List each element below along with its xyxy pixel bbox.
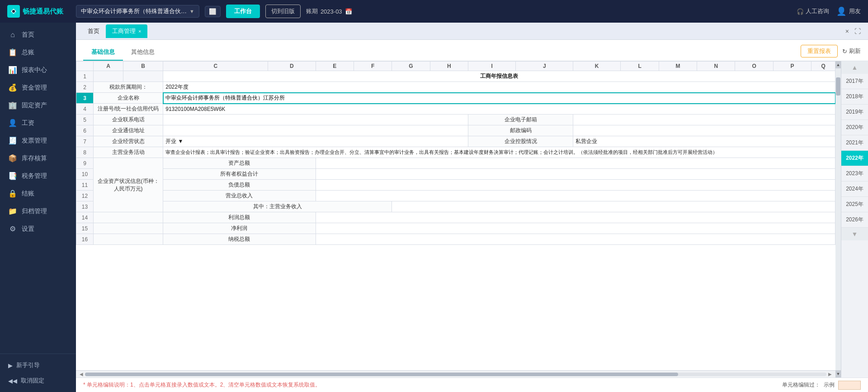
main-layout: ⌂ 首页 📋 总账 📊 报表中心 💰 资金管理 🏢 固定资产 👤 工资 🧾 发票… <box>0 23 868 392</box>
year-2021[interactable]: 2021年 <box>841 135 868 151</box>
cell-5-phone[interactable] <box>163 115 468 125</box>
user-menu[interactable]: 👤 用友 <box>836 6 861 16</box>
sidebar-item-tax[interactable]: 📑 税务管理 <box>0 167 76 185</box>
cell-11-debt[interactable] <box>316 180 835 191</box>
cell-7-status[interactable]: 开业 ▼ <box>163 136 468 147</box>
cell-6-label: 企业通信地址 <box>93 125 163 136</box>
cell-7-control[interactable]: 私营企业 <box>573 136 835 147</box>
sidebar-item-unpin[interactable]: ◀◀ 取消固定 <box>0 373 76 388</box>
tab-home[interactable]: 首页 <box>83 25 104 37</box>
workspace-button[interactable]: 工作台 <box>226 5 260 18</box>
sidebar-item-archive[interactable]: 📁 归档管理 <box>0 202 76 220</box>
calendar-icon[interactable]: 📅 <box>345 8 352 15</box>
cell-16-tax[interactable] <box>316 234 835 245</box>
sidebar-item-ledger[interactable]: 📋 总账 <box>0 43 76 61</box>
year-scroll-up[interactable]: ▲ <box>841 61 868 74</box>
cell-12-revenue[interactable] <box>316 191 835 201</box>
year-2019[interactable]: 2019年 <box>841 105 868 120</box>
col-I: I <box>468 62 516 71</box>
sidebar-item-close-accounts[interactable]: 🔒 结账 <box>0 185 76 202</box>
year-2026[interactable]: 2026年 <box>841 212 868 228</box>
cell-10-equity[interactable] <box>316 169 835 180</box>
sub-tab-basic[interactable]: 基础信息 <box>83 44 123 61</box>
reset-report-button[interactable]: 重置报表 <box>801 45 838 57</box>
cell-title[interactable]: 工商年报信息表 <box>163 71 835 82</box>
year-2024[interactable]: 2024年 <box>841 182 868 197</box>
cell-2-value[interactable]: 2022年度 <box>163 82 835 93</box>
service-button[interactable]: 🎧 人工咨询 <box>797 7 829 15</box>
copy-button[interactable]: ⬜ <box>205 6 221 17</box>
scroll-down-icon[interactable]: ▼ <box>835 370 841 378</box>
v-scroll-thumb[interactable] <box>836 77 840 96</box>
sidebar-label-settings: 设置 <box>22 225 34 233</box>
window-close-icon[interactable]: × <box>845 28 849 35</box>
tab-close-icon[interactable]: × <box>138 29 141 34</box>
ledger-icon: 📋 <box>8 48 17 57</box>
row-num-5: 5 <box>76 115 94 125</box>
sidebar-label-home: 首页 <box>22 31 34 39</box>
col-M: M <box>659 62 697 71</box>
table-row: 13 其中：主营业务收入 <box>76 201 835 212</box>
scroll-right-icon[interactable]: ▶ <box>826 372 834 377</box>
sidebar-item-reports[interactable]: 📊 报表中心 <box>0 61 76 79</box>
topbar-right: 🎧 人工咨询 👤 用友 <box>797 6 861 16</box>
v-scroll-track[interactable] <box>835 68 841 370</box>
vertical-scrollbar[interactable]: ▲ ▼ <box>835 61 841 378</box>
sidebar-item-home[interactable]: ⌂ 首页 <box>0 26 76 43</box>
sidebar-item-funds[interactable]: 💰 资金管理 <box>0 79 76 96</box>
year-2022[interactable]: 2022年 <box>841 151 868 166</box>
sub-tab-other[interactable]: 其他信息 <box>123 44 163 61</box>
scroll-up-icon[interactable]: ▲ <box>835 61 841 68</box>
switch-version-button[interactable]: 切到旧版 <box>265 5 301 18</box>
sidebar-item-payroll[interactable]: 👤 工资 <box>0 114 76 132</box>
scroll-track[interactable] <box>85 373 826 376</box>
row-num-6: 6 <box>76 125 94 136</box>
year-2023[interactable]: 2023年 <box>841 166 868 182</box>
sidebar-item-assets[interactable]: 🏢 固定资产 <box>0 96 76 114</box>
horizontal-scrollbar[interactable]: ◀ ▶ <box>76 370 835 378</box>
cell-7-label: 企业经营状态 <box>93 136 163 147</box>
row-num-13: 13 <box>76 201 94 212</box>
refresh-button[interactable]: ↻ 刷新 <box>842 47 861 55</box>
cell-9-assets[interactable] <box>316 158 835 169</box>
cell-13-main-revenue[interactable] <box>392 201 835 212</box>
col-P: P <box>773 62 811 71</box>
sheet-body[interactable]: A B C D E F G H I J <box>76 61 835 370</box>
period-display: 账期 2023-03 📅 <box>306 7 352 15</box>
year-2018[interactable]: 2018年 <box>841 89 868 105</box>
year-2020[interactable]: 2020年 <box>841 120 868 135</box>
tab-gongshang[interactable]: 工商管理 × <box>106 24 147 38</box>
cell-6-addr[interactable] <box>163 125 468 136</box>
sidebar-item-settings[interactable]: ⚙ 设置 <box>0 220 76 238</box>
window-expand-icon[interactable]: ⛶ <box>854 28 861 35</box>
company-selector[interactable]: 中审众环会计师事务所（特殊普通合伙… ▼ <box>76 5 199 18</box>
payroll-icon: 👤 <box>8 119 17 127</box>
sidebar-item-invoice[interactable]: 🧾 发票管理 <box>0 132 76 149</box>
cell-4-value[interactable]: 91320100MA208E5W6K <box>163 104 835 115</box>
scroll-thumb[interactable] <box>85 373 678 376</box>
bottom-bar: * 单元格编辑说明：1、点击单元格直接录入数值或文本。2、清空单元格数值或文本恢… <box>76 378 868 392</box>
cell-14-profit[interactable] <box>316 212 835 223</box>
table-row: 14 利润总额 <box>76 212 835 223</box>
row-num-2: 2 <box>76 82 94 93</box>
cell-3-value[interactable]: 中审众环会计师事务所（特殊普通合伙）江苏分所 <box>163 93 835 104</box>
year-2017[interactable]: 2017年 <box>841 74 868 89</box>
col-O: O <box>735 62 773 71</box>
table-row: 1 工商年报信息表 <box>76 71 835 82</box>
user-avatar-icon: 👤 <box>836 6 846 16</box>
col-C[interactable]: C <box>163 62 268 71</box>
cell-6-zip[interactable] <box>573 125 835 136</box>
topbar: 畅捷通易代账 中审众环会计师事务所（特殊普通合伙… ▼ ⬜ 工作台 切到旧版 账… <box>0 0 868 23</box>
col-J: J <box>516 62 573 71</box>
year-2025[interactable]: 2025年 <box>841 197 868 212</box>
sidebar-item-inventory[interactable]: 📦 库存核算 <box>0 149 76 167</box>
cell-5-email[interactable] <box>573 115 835 125</box>
cell-15-net[interactable] <box>316 223 835 234</box>
spreadsheet-wrap: A B C D E F G H I J <box>76 61 868 392</box>
cell-8-value[interactable]: 审查企业会计报表；出具审计报告；验证企业资本；出具验资报告；办理企业合开、分立、… <box>163 147 835 158</box>
year-scroll-down[interactable]: ▼ <box>841 228 868 240</box>
sidebar-item-newbie[interactable]: ▶ 新手引导 <box>0 358 76 373</box>
cell-1-B <box>123 71 163 82</box>
scroll-left-icon[interactable]: ◀ <box>78 372 85 377</box>
year-sidebar: ▲ 2017年 2018年 2019年 2020年 2021年 2022年 20… <box>841 61 868 378</box>
